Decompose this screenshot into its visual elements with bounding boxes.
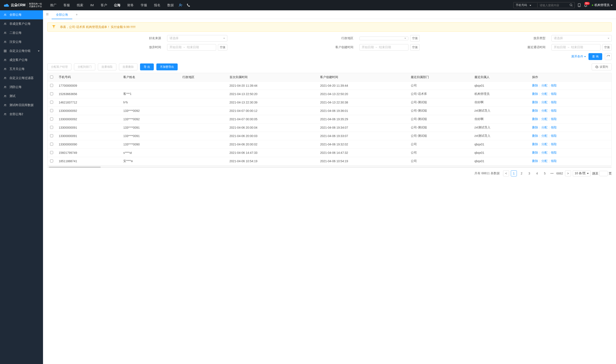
page-number-button[interactable]: 5 [542, 170, 548, 176]
page-prev-button[interactable]: < [503, 170, 509, 176]
sidebar-item-3[interactable]: 注安公海 [0, 38, 43, 46]
horizontal-scrollbar[interactable] [47, 167, 612, 168]
sidebar-item-4[interactable]: 自定义公海分组 [0, 46, 43, 55]
expand-filters-link[interactable]: 展开条件 [571, 55, 586, 59]
assign-manager-button[interactable]: 分配客户经理 [47, 64, 71, 70]
row-delete-link[interactable]: 删除 [532, 117, 538, 121]
bulk-claim-button[interactable]: 批量领取 [98, 64, 116, 70]
abandon-time-empty-button[interactable]: 空值 [218, 44, 227, 51]
column-settings-button[interactable]: 设置列 [592, 64, 612, 70]
row-claim-link[interactable]: 领取 [551, 126, 557, 130]
page-size-select[interactable]: 10 条/页 [573, 170, 591, 176]
abandon-time-range[interactable]: 开始日期~结束日期 [167, 44, 216, 51]
search-input[interactable] [538, 3, 568, 8]
sidebar-item-7[interactable]: 自定义公海过滤器 [0, 74, 43, 83]
row-claim-link[interactable]: 领取 [551, 159, 557, 163]
last-call-time-range[interactable]: 开始日期~结束日期 [552, 44, 601, 51]
row-checkbox[interactable] [50, 126, 53, 129]
abandon-type-select[interactable]: 请选择 [552, 35, 612, 41]
row-assign-link[interactable]: 分配 [541, 151, 547, 155]
sidebar-item-2[interactable]: 二咨公海 [0, 28, 43, 38]
row-assign-link[interactable]: 分配 [541, 134, 547, 138]
row-checkbox[interactable] [50, 92, 53, 95]
row-assign-link[interactable]: 分配 [541, 117, 547, 121]
create-time-empty-button[interactable]: 空值 [410, 44, 420, 51]
row-delete-link[interactable]: 删除 [532, 84, 538, 88]
row-assign-link[interactable]: 分配 [541, 92, 547, 96]
row-claim-link[interactable]: 领取 [551, 134, 557, 138]
row-claim-link[interactable]: 领取 [551, 143, 557, 146]
row-checkbox[interactable] [50, 101, 53, 104]
nav-item-3[interactable]: IM [87, 0, 97, 10]
tab-0[interactable]: 全部公海 [52, 10, 72, 19]
nav-item-1[interactable]: 客服 [60, 0, 73, 10]
nav-item-8[interactable]: 报名 [151, 0, 164, 10]
page-number-button[interactable]: 4 [534, 170, 540, 176]
sidebar-item-9[interactable]: 测试 [0, 92, 43, 101]
row-delete-link[interactable]: 删除 [532, 151, 538, 155]
sidebar-item-5[interactable]: 成交客户公海 [0, 55, 43, 65]
page-last-button[interactable]: 6882 [556, 170, 563, 176]
row-checkbox[interactable] [50, 143, 53, 146]
row-assign-link[interactable]: 分配 [541, 109, 547, 113]
nav-item-0[interactable]: 推广 [47, 0, 60, 10]
row-checkbox[interactable] [50, 134, 53, 137]
search-type-select[interactable]: 手机号码 [514, 2, 537, 8]
assign-dept-button[interactable]: 分配到部门 [74, 64, 95, 70]
create-time-range[interactable]: 开始日期~结束日期 [359, 44, 409, 51]
sidebar-item-10[interactable]: 测试昨日回库数据 [0, 101, 43, 110]
row-checkbox[interactable] [50, 109, 53, 112]
page-next-button[interactable]: > [565, 170, 571, 176]
nav-item-5[interactable]: 公海 [111, 0, 123, 10]
row-claim-link[interactable]: 领取 [551, 109, 557, 113]
bell-icon[interactable]: 99+ [584, 3, 588, 7]
row-delete-link[interactable]: 删除 [532, 159, 538, 163]
tab-add-button[interactable]: + [72, 13, 81, 17]
bulk-delete-button[interactable]: 批量删除 [119, 64, 137, 70]
row-delete-link[interactable]: 删除 [532, 134, 538, 138]
nav-item-7[interactable]: 学服 [138, 0, 150, 10]
sidebar-item-8[interactable]: 消防公海 [0, 83, 43, 92]
sidebar-item-1[interactable]: 非成交客户公海 [0, 19, 43, 28]
page-jump-input[interactable] [599, 171, 608, 176]
row-delete-link[interactable]: 删除 [532, 143, 538, 146]
row-checkbox[interactable] [50, 117, 53, 120]
region-select[interactable] [359, 37, 409, 40]
last-call-empty-button[interactable]: 空值 [602, 44, 612, 51]
search-icon[interactable] [568, 3, 575, 7]
row-assign-link[interactable]: 分配 [541, 126, 547, 130]
row-claim-link[interactable]: 领取 [551, 84, 557, 88]
row-checkbox[interactable] [50, 151, 53, 154]
phone-icon[interactable] [186, 3, 191, 7]
row-checkbox[interactable] [50, 84, 53, 87]
row-claim-link[interactable]: 领取 [551, 101, 557, 104]
row-assign-link[interactable]: 分配 [541, 84, 547, 88]
query-button[interactable]: 查 询 [589, 53, 602, 60]
nav-item-6[interactable]: 财务 [124, 0, 137, 10]
row-checkbox[interactable] [50, 159, 53, 162]
row-assign-link[interactable]: 分配 [541, 101, 547, 104]
friend-source-select[interactable]: 请选择 [167, 35, 227, 41]
page-number-button[interactable]: 2 [519, 170, 525, 176]
tablet-icon[interactable] [577, 3, 581, 7]
page-number-button[interactable]: 1 [511, 170, 517, 176]
row-claim-link[interactable]: 领取 [551, 117, 557, 121]
region-empty-button[interactable]: 空值 [410, 35, 420, 41]
row-delete-link[interactable]: 删除 [532, 92, 538, 96]
export-button[interactable]: 导 出 [140, 64, 154, 70]
sidebar-item-6[interactable]: 五月天公海 [0, 65, 43, 74]
row-claim-link[interactable]: 领取 [551, 92, 557, 96]
refresh-button[interactable] [605, 53, 612, 60]
nav-item-2[interactable]: 线索 [74, 0, 86, 10]
row-delete-link[interactable]: 删除 [532, 109, 538, 113]
sidebar-item-11[interactable]: 全部公海2 [0, 110, 43, 119]
select-all-checkbox[interactable] [50, 76, 53, 78]
row-delete-link[interactable]: 删除 [532, 126, 538, 130]
sidebar-item-0[interactable]: 全部公海 [0, 10, 43, 19]
row-assign-link[interactable]: 分配 [541, 159, 547, 163]
nav-item-4[interactable]: 客户 [98, 0, 110, 10]
export-plain-button[interactable]: 不加密导出 [156, 64, 178, 70]
user-add-icon[interactable] [179, 3, 183, 7]
tab-collapse-icon[interactable] [43, 13, 52, 17]
user-dropdown[interactable]: 机构管理员 [592, 3, 613, 7]
